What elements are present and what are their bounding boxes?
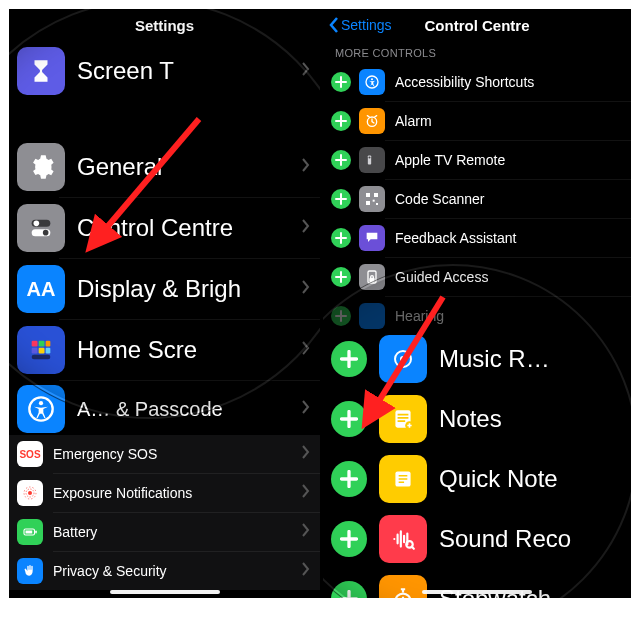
chevron-right-icon <box>302 523 310 541</box>
add-button[interactable] <box>331 581 367 598</box>
row-apple-tv-remote[interactable]: Apple TV Remote <box>323 141 631 179</box>
toggles-icon <box>17 204 65 252</box>
home-indicator[interactable] <box>422 590 532 594</box>
row-notes[interactable]: Notes <box>323 389 631 449</box>
svg-rect-7 <box>32 348 38 354</box>
guided-icon <box>359 264 385 290</box>
row-label: Notes <box>439 405 502 433</box>
add-button[interactable] <box>331 150 351 170</box>
add-button[interactable] <box>331 72 351 92</box>
row-display-brightness[interactable]: AA Display & Brigh <box>9 259 320 319</box>
sos-icon: SOS <box>17 441 43 467</box>
chevron-right-icon <box>302 445 310 463</box>
row-alarm[interactable]: Alarm <box>323 102 631 140</box>
svg-rect-8 <box>39 348 45 354</box>
text-aa-icon: AA <box>17 265 65 313</box>
row-label: Emergency SOS <box>53 446 157 462</box>
row-label: Screen T <box>77 57 174 85</box>
sound-icon <box>379 515 427 563</box>
chevron-right-icon <box>302 62 310 80</box>
svg-rect-26 <box>374 193 378 197</box>
row-home-screen[interactable]: Home Scre <box>9 320 320 380</box>
settings-screen: Settings Screen T General <box>9 9 320 598</box>
add-button[interactable] <box>331 228 351 248</box>
row-label: Hearing <box>395 308 444 324</box>
row-guided-access[interactable]: Guided Access <box>323 258 631 296</box>
hourglass-icon <box>17 47 65 95</box>
row-label: Sound Reco <box>439 525 571 553</box>
battery-icon <box>17 519 43 545</box>
row-label: Control Centre <box>77 214 233 242</box>
row-exposure-notifications[interactable]: Exposure Notifications <box>9 474 320 512</box>
row-accessibility[interactable]: A… & Passcode <box>9 381 320 433</box>
more-controls-zoom: Music R… Notes Quick Note Sound Reco Sto <box>323 329 631 598</box>
row-label: Guided Access <box>395 269 488 285</box>
row-label: Battery <box>53 524 97 540</box>
row-privacy-security[interactable]: Privacy & Security <box>9 552 320 590</box>
chevron-right-icon <box>302 158 310 176</box>
row-label: Quick Note <box>439 465 558 493</box>
grid-icon <box>17 326 65 374</box>
navbar-settings: Settings <box>9 9 320 41</box>
svg-rect-10 <box>32 355 51 360</box>
chevron-right-icon <box>302 400 310 418</box>
row-label: Code Scanner <box>395 191 485 207</box>
gear-icon <box>17 143 65 191</box>
row-sound-recognition[interactable]: Sound Reco <box>323 509 631 569</box>
navbar-control-centre: Settings Control Centre <box>323 9 631 41</box>
row-battery[interactable]: Battery <box>9 513 320 551</box>
ear-icon <box>359 303 385 329</box>
hand-icon <box>17 558 43 584</box>
row-screen-time[interactable]: Screen T <box>9 41 320 101</box>
add-button[interactable] <box>331 267 351 287</box>
svg-rect-27 <box>366 201 370 205</box>
back-button[interactable]: Settings <box>329 9 392 41</box>
row-code-scanner[interactable]: Code Scanner <box>323 180 631 218</box>
row-general[interactable]: General <box>9 137 320 197</box>
add-button[interactable] <box>331 341 367 377</box>
add-button[interactable] <box>331 111 351 131</box>
chevron-right-icon <box>302 484 310 502</box>
music-icon <box>379 335 427 383</box>
row-control-centre[interactable]: Control Centre <box>9 198 320 258</box>
row-emergency-sos[interactable]: SOS Emergency SOS <box>9 435 320 473</box>
svg-point-3 <box>43 230 49 236</box>
navbar-title: Settings <box>135 17 194 34</box>
svg-rect-6 <box>46 341 51 347</box>
svg-point-21 <box>371 78 373 80</box>
home-indicator[interactable] <box>110 590 220 594</box>
row-music[interactable]: Music R… <box>323 329 631 389</box>
notes-icon <box>379 395 427 443</box>
svg-rect-4 <box>32 341 38 347</box>
add-button[interactable] <box>331 306 351 326</box>
quicknote-icon <box>379 455 427 503</box>
row-label: Home Scre <box>77 336 197 364</box>
qr-icon <box>359 186 385 212</box>
add-button[interactable] <box>331 461 367 497</box>
back-label: Settings <box>341 17 392 33</box>
row-label: Exposure Notifications <box>53 485 192 501</box>
svg-rect-28 <box>373 200 375 202</box>
svg-rect-29 <box>376 203 378 205</box>
row-label: General <box>77 153 162 181</box>
svg-rect-25 <box>366 193 370 197</box>
add-button[interactable] <box>331 401 367 437</box>
row-feedback-assistant[interactable]: Feedback Assistant <box>323 219 631 257</box>
accessibility-icon <box>17 385 65 433</box>
section-header-more-controls: MORE CONTROLS <box>323 41 631 63</box>
row-label: Accessibility Shortcuts <box>395 74 534 90</box>
svg-rect-5 <box>39 341 45 347</box>
add-button[interactable] <box>331 521 367 557</box>
row-accessibility-shortcuts[interactable]: Accessibility Shortcuts <box>323 63 631 101</box>
svg-rect-18 <box>26 531 33 534</box>
add-button[interactable] <box>331 189 351 209</box>
row-label: Music R… <box>439 345 550 373</box>
chevron-right-icon <box>302 219 310 237</box>
navbar-title: Control Centre <box>425 17 530 34</box>
svg-point-12 <box>39 401 43 405</box>
remote-icon <box>359 147 385 173</box>
svg-rect-9 <box>46 348 51 354</box>
more-controls-list: Accessibility Shortcuts Alarm Apple TV R… <box>323 63 631 335</box>
row-quick-note[interactable]: Quick Note <box>323 449 631 509</box>
feedback-icon <box>359 225 385 251</box>
